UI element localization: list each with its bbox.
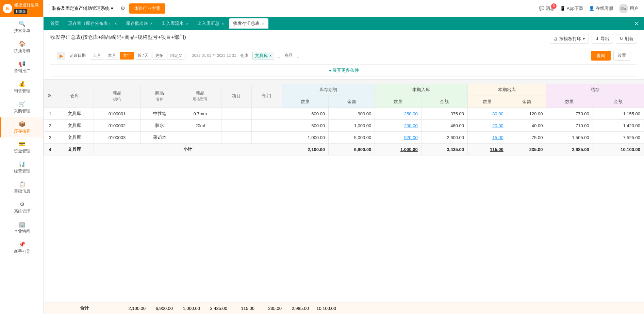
export-button[interactable]: ⬇ 导出 [592, 34, 613, 44]
expand-more-button[interactable]: ▾ 展开更多条件 [326, 66, 362, 75]
row-goods-spec: 20ml [179, 120, 221, 132]
tab-batch[interactable]: 库存批次账✕ [122, 18, 157, 29]
finance-icon: 💳 [19, 141, 26, 147]
table-area: ⚙ 仓库 商品编码 商品名称 商品规格型号 项目 部门 库存期初 本期入库 本期… [44, 84, 644, 302]
tab-close-inout_flow[interactable]: ✕ [186, 22, 188, 26]
tab-close-inventory_dist[interactable]: ✕ [114, 22, 117, 26]
row-warehouse: 文具库 [55, 120, 94, 132]
row-out-qty[interactable]: 80.00 [467, 108, 507, 120]
sidebar-item-new_guide[interactable]: 📌 新手引导 [0, 238, 43, 258]
sidebar-item-label: 企业协同 [14, 229, 30, 234]
sidebar-item-sales[interactable]: 💰 销售管理 [0, 77, 43, 97]
col-group-opening: 库存期初 [282, 84, 375, 96]
print-button[interactable]: 🖨 按模板打印 ▾ [550, 34, 589, 44]
subtotal-out-qty[interactable]: 115.00 [467, 144, 507, 155]
row-department [252, 108, 282, 120]
tab-label-inventory_dist: 现存量（库存分布表） [68, 20, 112, 27]
tab-inout_flow[interactable]: 出入库流水✕ [158, 18, 193, 29]
col-header-warehouse: 仓库 [55, 84, 94, 108]
tab-close-recv_summary[interactable]: ✕ [262, 22, 264, 26]
app-download-button[interactable]: 📱 App下载 [560, 5, 583, 12]
row-goods-code: 0100002 [94, 120, 140, 132]
sidebar: 6 畅捷通好生意 标准版 🔍 搜索菜单 🏠 快捷导航 📢 营销推广 💰 销售管理… [0, 0, 44, 314]
system-selector[interactable]: 装备及固定资产辅助管理系统 ▾ [49, 4, 116, 13]
warehouse-filter[interactable]: 文具库 ✕ ... [252, 52, 280, 60]
goods-more-icon[interactable]: ... [297, 53, 301, 59]
sidebar-item-label: 新手引导 [14, 249, 30, 254]
sidebar-item-basic_info[interactable]: 📋 基础信息 [0, 178, 43, 198]
row-out-qty[interactable]: 20.00 [467, 120, 507, 132]
sidebar-item-marketing[interactable]: 📢 营销推广 [0, 57, 43, 77]
tab-close-inout_summary[interactable]: ✕ [221, 22, 224, 26]
filter-toggle-button[interactable]: ▶ [57, 52, 65, 60]
sidebar-item-search[interactable]: 🔍 搜索菜单 [0, 17, 43, 37]
row-closing-qty: 710.00 [546, 120, 593, 132]
sidebar-item-label: 基础信息 [14, 188, 30, 194]
row-goods-name: 采访本 [140, 132, 179, 144]
query-button[interactable]: 查询 [591, 51, 611, 61]
col-header-in-qty: 数量 [375, 96, 421, 108]
row-out-qty[interactable]: 15.00 [467, 132, 507, 144]
col-group-in: 本期入库 [375, 84, 468, 96]
table-settings-header[interactable]: ⚙ [44, 84, 55, 108]
messages-badge: 6 [551, 3, 557, 9]
user-label: 用户 [630, 5, 639, 12]
goods-filter-label: 商品 [284, 53, 293, 59]
date-btn-custom[interactable]: 自定义 [167, 52, 185, 60]
topbar-right: 💬 消息 6 📱 App下载 👤 在线客服 Ea 用户 [539, 4, 639, 13]
goods-filter[interactable]: ... [297, 53, 301, 59]
date-btn-last-month[interactable]: 上月 [90, 52, 104, 60]
sidebar-item-finance[interactable]: 💳 资金管理 [0, 137, 43, 158]
warehouse-more-icon[interactable]: ... [276, 53, 280, 59]
row-in-qty[interactable]: 520.00 [375, 132, 421, 144]
sidebar-item-label: 搜索菜单 [14, 28, 30, 34]
filter-bar: ▶ 记账日期 上月 本月 本年 近7天 更多 自定义 2023-01-01 至 … [50, 47, 637, 64]
refresh-button[interactable]: ↻ 刷新 [616, 34, 637, 44]
footer-total-in-amount: 3,435.00 [203, 306, 231, 311]
footer-total-label: 合计 [47, 305, 122, 311]
user-menu[interactable]: Ea 用户 [619, 4, 639, 13]
online-service-button[interactable]: 👤 在线客服 [589, 5, 613, 12]
sidebar-item-enterprise[interactable]: 🏢 企业协同 [0, 218, 43, 238]
basic_info-icon: 📋 [19, 181, 26, 187]
date-btn-this-year[interactable]: 本年 [120, 52, 134, 60]
sidebar-item-purchase[interactable]: 🛒 采购管理 [0, 97, 43, 117]
sidebar-item-quick_nav[interactable]: 🏠 快捷导航 [0, 37, 43, 57]
tab-inventory_dist[interactable]: 现存量（库存分布表）✕ [64, 18, 121, 29]
settings-icon[interactable]: ⚙ [120, 5, 125, 12]
row-out-amount: 75.00 [507, 132, 546, 144]
marketing-icon: 📢 [19, 61, 26, 67]
col-header-project: 项目 [221, 84, 251, 108]
print-icon: 🖨 [554, 36, 558, 41]
sales-icon: 💰 [19, 81, 26, 87]
footer-total-closing-qty: 2,985.00 [285, 306, 312, 311]
row-goods-spec [179, 132, 221, 144]
subtotal-opening-amount: 6,900.00 [328, 144, 375, 155]
close-all-tabs-button[interactable]: ✕ [631, 20, 641, 27]
trial-button[interactable]: 体验行业方案 [129, 3, 165, 14]
subtotal-closing-qty: 2,985.00 [546, 144, 593, 155]
row-in-qty[interactable]: 250.00 [375, 108, 421, 120]
tab-inout_summary[interactable]: 出入库汇总✕ [193, 18, 228, 29]
sidebar-item-label: 采购管理 [14, 108, 30, 114]
tab-close-batch[interactable]: ✕ [150, 22, 153, 26]
date-btn-7days[interactable]: 近7天 [135, 52, 151, 60]
date-btn-more[interactable]: 更多 [152, 52, 166, 60]
sidebar-item-inventory[interactable]: 📦 库存核算 [0, 117, 43, 137]
filter-settings-button[interactable]: 设置 [613, 51, 630, 61]
chevron-icon: ▾ [583, 36, 585, 41]
tab-home[interactable]: 首页 [46, 18, 63, 29]
row-goods-spec: 0.7mm [179, 108, 221, 120]
date-btn-this-month[interactable]: 本月 [105, 52, 119, 60]
warehouse-tag-close[interactable]: ✕ [269, 54, 272, 57]
subtotal-in-qty[interactable]: 1,000.00 [375, 144, 421, 155]
sidebar-item-operations[interactable]: 📊 经营管理 [0, 158, 43, 178]
row-department [252, 132, 282, 144]
messages-button[interactable]: 💬 消息 6 [539, 5, 555, 12]
tab-recv_summary[interactable]: 收发存汇总表✕ [229, 18, 268, 29]
row-in-qty[interactable]: 230.00 [375, 120, 421, 132]
row-in-amount: 375.00 [421, 108, 467, 120]
tab-label-recv_summary: 收发存汇总表 [233, 20, 260, 27]
sidebar-item-system[interactable]: ⚙ 系统管理 [0, 198, 43, 218]
phone-icon: 📱 [560, 6, 565, 11]
